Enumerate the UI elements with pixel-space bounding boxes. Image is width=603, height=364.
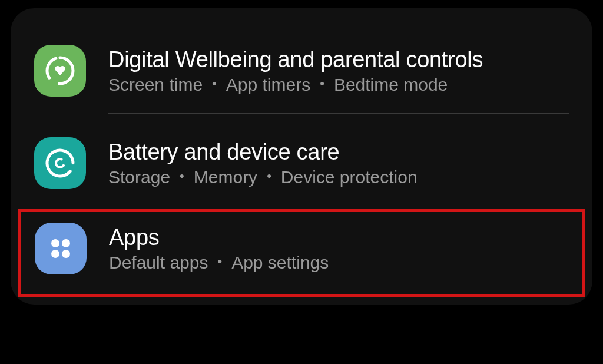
subtitle-part: App timers [226,75,310,95]
dot-separator-icon: • [212,77,217,90]
subtitle-part: App settings [231,253,329,273]
dot-separator-icon: • [180,170,184,183]
settings-row-wellbeing[interactable]: Digital Wellbeing and parental controls … [34,32,569,110]
svg-point-4 [62,239,70,247]
settings-row-text: Digital Wellbeing and parental controls … [108,47,483,95]
settings-panel: Digital Wellbeing and parental controls … [11,8,592,305]
row-subtitle: Default apps • App settings [109,253,329,273]
dot-separator-icon: • [267,170,271,183]
row-title: Digital Wellbeing and parental controls [108,47,483,72]
device-care-icon [34,137,86,189]
subtitle-part: Bedtime mode [334,75,448,95]
subtitle-part: Storage [108,167,170,187]
subtitle-part: Device protection [281,167,418,187]
dot-separator-icon: • [320,77,324,90]
settings-row-text: Battery and device care Storage • Memory… [108,140,418,187]
svg-point-3 [51,239,59,247]
apps-grid-icon [35,223,87,274]
subtitle-part: Screen time [108,75,203,95]
subtitle-part: Memory [194,167,257,187]
row-title: Battery and device care [108,140,418,165]
settings-row-battery[interactable]: Battery and device care Storage • Memory… [34,124,569,202]
dot-separator-icon: • [217,255,222,268]
settings-row-text: Apps Default apps • App settings [109,225,329,273]
row-subtitle: Screen time • App timers • Bedtime mode [108,75,483,95]
svg-point-5 [51,250,59,258]
highlight-annotation: Apps Default apps • App settings [18,209,585,297]
divider [108,113,569,114]
settings-row-apps[interactable]: Apps Default apps • App settings [35,219,568,278]
subtitle-part: Default apps [109,253,208,273]
wellbeing-heart-icon [34,45,86,97]
svg-point-6 [62,250,70,258]
row-subtitle: Storage • Memory • Device protection [108,167,418,187]
row-title: Apps [109,225,329,250]
